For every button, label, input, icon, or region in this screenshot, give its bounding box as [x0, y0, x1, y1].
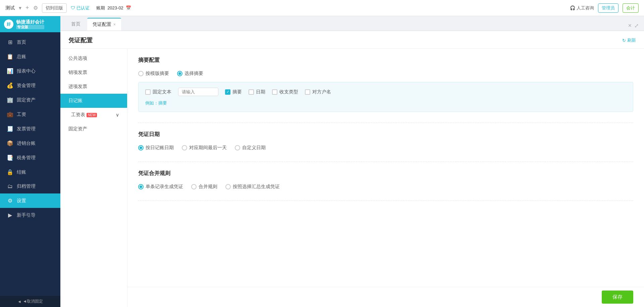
left-nav: 公共选项 销项发票 进项发票 日记账 工资表NEW ∨ 固定资产: [60, 49, 127, 307]
left-nav-item-fixed-asset[interactable]: 固定资产: [60, 122, 127, 136]
left-nav-item-purchase-invoice[interactable]: 进项发票: [60, 80, 127, 94]
service-button[interactable]: 🎧 人工咨询: [570, 5, 594, 11]
tab-voucher-config[interactable]: 凭证配置 ×: [87, 18, 121, 31]
radio-template-circle: [138, 71, 144, 76]
radio-select[interactable]: 选择摘要: [177, 71, 203, 77]
guide-icon: ▶: [7, 212, 13, 218]
checkbox-area: 固定文本 摘要 日期: [138, 82, 633, 112]
summary-checkbox: [225, 89, 230, 95]
right-config-wrapper: 摘要配置 按模版摘要 选择摘要: [127, 49, 644, 307]
certified-badge: 🛡 已认证: [71, 5, 90, 11]
window-close-button[interactable]: ×: [628, 22, 632, 29]
fixed-text-input[interactable]: [178, 88, 218, 96]
summary-section-title: 摘要配置: [138, 57, 633, 64]
fixed-assets-icon: 🏢: [7, 97, 13, 103]
period-last-circle: [182, 145, 187, 150]
radio-diary-date[interactable]: 按日记账日期: [138, 145, 174, 151]
archive-icon: 🗂: [7, 183, 13, 189]
checkbox-row: 固定文本 摘要 日期: [145, 88, 626, 96]
merge-rule-circle: [191, 184, 197, 189]
summary-radio-group: 按模版摘要 选择摘要: [138, 71, 633, 77]
logo-subtitle: 专业版: [16, 25, 44, 29]
radio-period-last[interactable]: 对应期间最后一天: [182, 145, 227, 151]
accountant-button[interactable]: 会计: [623, 3, 639, 13]
left-nav-item-public[interactable]: 公共选项: [60, 51, 127, 65]
date-checkbox: [249, 89, 254, 95]
date-radio-group: 按日记账日期 对应期间最后一天 自定义日期: [138, 145, 633, 151]
old-version-button[interactable]: 切到旧版: [42, 3, 67, 13]
section-divider-1: [138, 123, 633, 123]
add-icon[interactable]: +: [25, 4, 29, 11]
settings-icon[interactable]: ⚙: [33, 5, 38, 11]
merge-section: 凭证合并规则 单条记录生成凭证 合并规则: [138, 170, 633, 190]
sidebar-item-archive[interactable]: 🗂 归档管理: [0, 179, 60, 193]
left-nav-item-diary[interactable]: 日记账: [60, 94, 127, 108]
date-section-title: 凭证日期: [138, 131, 633, 138]
unpin-icon: ◄: [17, 299, 21, 304]
admin-button[interactable]: 管理员: [598, 3, 619, 13]
logo-icon: 好: [4, 19, 13, 29]
sidebar-item-capital[interactable]: 💰 资金管理: [0, 78, 60, 93]
tax-icon: 📑: [7, 155, 13, 161]
calendar-icon[interactable]: 📅: [126, 5, 131, 10]
tab-home[interactable]: 首页: [66, 18, 86, 31]
checkbox-fixed-text[interactable]: 固定文本: [145, 89, 171, 95]
radio-template[interactable]: 按模版摘要: [138, 71, 169, 77]
shield-icon: 🛡: [71, 5, 75, 10]
capital-icon: 💰: [7, 82, 13, 89]
sidebar-item-ledger[interactable]: 📋 总账: [0, 49, 60, 64]
sidebar-item-sales[interactable]: 📦 进销台账: [0, 136, 60, 150]
sidebar-nav: ⊞ 首页 📋 总账 📊 报表中心 💰 资金管理 🏢 固定资产 💼 工资: [0, 32, 60, 296]
sidebar-item-guide[interactable]: ▶ 新手引导: [0, 208, 60, 222]
date-section: 凭证日期 按日记账日期 对应期间最后一天: [138, 131, 633, 151]
checkbox-counterpart[interactable]: 对方户名: [305, 89, 331, 95]
cancel-pin-button[interactable]: ◄ ◄取消固定: [0, 296, 60, 307]
merge-radio-group: 单条记录生成凭证 合并规则 按照选择汇总生成凭证: [138, 184, 633, 190]
sidebar-logo: 好 畅捷通好会计 专业版: [0, 16, 60, 32]
radio-select-circle: [177, 71, 182, 76]
payment-type-checkbox: [272, 89, 277, 95]
checkbox-payment-type[interactable]: 收支类型: [272, 89, 298, 95]
dropdown-icon[interactable]: ▾: [19, 5, 21, 11]
close-period-icon: 🔒: [7, 169, 13, 175]
counterpart-checkbox: [305, 89, 310, 95]
sidebar-item-settings[interactable]: ⚙ 设置: [0, 193, 60, 208]
left-nav-item-payroll-table[interactable]: 工资表NEW ∨: [60, 108, 127, 122]
period-label: 账期 2023-02 📅: [96, 5, 131, 11]
bottom-bar: 保存: [127, 287, 644, 307]
window-expand-button[interactable]: ⤢: [634, 23, 639, 29]
refresh-button[interactable]: ↻ 刷新: [622, 37, 636, 43]
radio-custom-date[interactable]: 自定义日期: [235, 145, 266, 151]
radio-merge-rule[interactable]: 合并规则: [191, 184, 217, 190]
settings-nav-icon: ⚙: [7, 198, 13, 204]
sidebar-item-invoice[interactable]: 🧾 发票管理: [0, 122, 60, 136]
sidebar-item-reports[interactable]: 📊 报表中心: [0, 64, 60, 78]
left-nav-item-sales-invoice[interactable]: 销项发票: [60, 65, 127, 80]
sidebar-item-tax[interactable]: 📑 税务管理: [0, 150, 60, 165]
sidebar-item-close[interactable]: 🔒 结账: [0, 165, 60, 179]
ledger-icon: 📋: [7, 53, 13, 60]
two-panel: 公共选项 销项发票 进项发票 日记账 工资表NEW ∨ 固定资产 摘: [60, 49, 644, 307]
topbar: 测试 ▾ + ⚙ 切到旧版 🛡 已认证 账期 2023-02 📅 🎧 人工咨询 …: [0, 0, 644, 16]
logo-title: 畅捷通好会计: [16, 19, 44, 25]
sidebar-item-fixed-assets[interactable]: 🏢 固定资产: [0, 93, 60, 107]
save-button[interactable]: 保存: [602, 291, 633, 304]
sidebar: 好 畅捷通好会计 专业版 ⊞ 首页 📋 总账 📊 报表中心 💰 资金管理: [0, 16, 60, 307]
summary-section: 摘要配置 按模版摘要 选择摘要: [138, 57, 633, 112]
headset-icon: 🎧: [570, 5, 575, 10]
tab-bar-actions: × ⤢: [628, 22, 639, 31]
radio-select-merge[interactable]: 按照选择汇总生成凭证: [225, 184, 280, 190]
radio-single[interactable]: 单条记录生成凭证: [138, 184, 183, 190]
certified-label: 已认证: [76, 5, 90, 11]
page-title: 凭证配置: [68, 36, 93, 44]
section-divider-2: [138, 162, 633, 162]
checkbox-summary[interactable]: 摘要: [225, 89, 242, 95]
chevron-down-icon: ∨: [116, 112, 119, 118]
right-content-scroll: 摘要配置 按模版摘要 选择摘要: [127, 49, 644, 287]
tab-close-icon[interactable]: ×: [113, 22, 116, 27]
sidebar-item-home[interactable]: ⊞ 首页: [0, 35, 60, 49]
refresh-icon: ↻: [622, 38, 626, 43]
sidebar-item-payroll[interactable]: 💼 工资: [0, 107, 60, 122]
home-icon: ⊞: [7, 39, 13, 45]
checkbox-date[interactable]: 日期: [249, 89, 265, 95]
